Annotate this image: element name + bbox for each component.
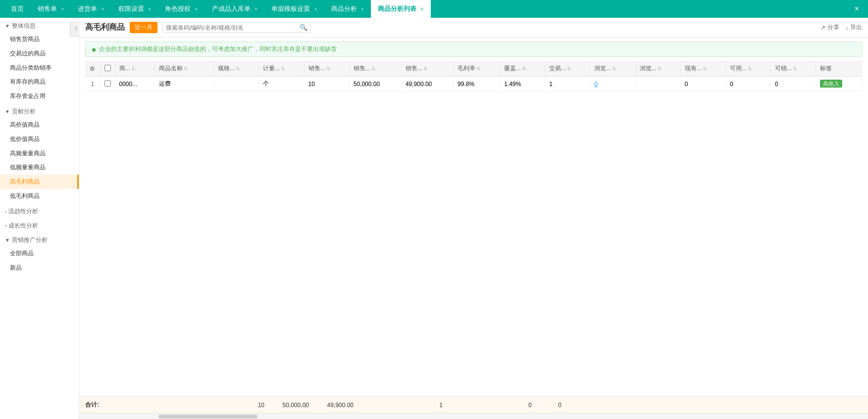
unit-sort-icon: ⇅	[281, 66, 285, 71]
col-unit[interactable]: 计量...⇅	[259, 61, 304, 77]
sidebar-item-traded-goods[interactable]: 交易过的商品	[0, 47, 79, 61]
row-browse1[interactable]: 0	[590, 77, 635, 92]
nav-purchase-close[interactable]: ×	[101, 0, 104, 18]
sales-amount-sort-icon: ⇅	[371, 66, 375, 71]
sidebar-item-stock-capital[interactable]: 库存资金占用	[0, 89, 79, 103]
nav-analysis[interactable]: 商品分析 ×	[324, 0, 371, 18]
summary-sales-amount: 50,000.00	[268, 402, 313, 409]
sidebar-group-marketing[interactable]: ▼ 营销推广分析	[0, 232, 79, 246]
export-icon: ↓	[845, 24, 848, 31]
export-button[interactable]: ↓ 导出	[845, 23, 862, 32]
window-close-button[interactable]: ×	[850, 4, 864, 13]
sidebar-item-low-value[interactable]: 低价值商品	[0, 132, 79, 146]
tag-high-income-badge: 高收入	[820, 80, 842, 88]
row-sales-cost: 49,900.00	[401, 77, 453, 92]
settings-icon[interactable]: ⚙	[90, 65, 95, 72]
sidebar-item-high-margin[interactable]: 高毛利商品	[0, 175, 79, 189]
search-input[interactable]	[166, 24, 298, 31]
nav-purchase[interactable]: 进货单 ×	[71, 0, 111, 18]
row-num: 1	[85, 77, 100, 92]
sidebar-group-trend[interactable]: › 流趋性分析	[0, 203, 79, 218]
main-container: 《 ▼ 整体信息 销售货商品 交易过的商品 商品分类助销率 有库存的商品 库存资…	[0, 18, 868, 419]
sidebar-item-high-value[interactable]: 高价值商品	[0, 118, 79, 132]
sidebar-item-sales-goods[interactable]: 销售货商品	[0, 32, 79, 47]
trend-arrow-icon: ›	[5, 209, 6, 214]
sidebar-item-stocked-goods[interactable]: 有库存的商品	[0, 75, 79, 89]
row-select-checkbox[interactable]	[104, 80, 111, 87]
transactions-sort-icon: ⇅	[567, 66, 571, 71]
coverage-sort-icon: ⇅	[522, 66, 526, 71]
sidebar-group-overall[interactable]: ▼ 整体信息	[0, 18, 79, 32]
col-current-stock[interactable]: 现有...⇅	[680, 61, 725, 77]
sidebar-item-all-goods[interactable]: 全部商品	[0, 246, 79, 261]
summary-bar: 合计: 10 50,000.00 49,900.00 1 0 0	[79, 396, 868, 413]
sales-qty-sort-icon: ⇅	[326, 66, 330, 71]
row-sales-amount: 50,000.00	[349, 77, 401, 92]
browse1-sort-icon: ⇅	[612, 66, 616, 71]
summary-label: 合计:	[85, 401, 125, 409]
sales-cost-sort-icon: ⇅	[423, 66, 427, 71]
nav-permission[interactable]: 权限设置 ×	[111, 0, 158, 18]
col-available[interactable]: 可用...⇅	[725, 61, 770, 77]
sidebar-group-asset-analysis[interactable]: ▼ 贡献分析	[0, 103, 79, 118]
available-sort-icon: ⇅	[748, 66, 752, 71]
name-sort-icon: ⇅	[184, 66, 188, 71]
row-code: 0000...	[115, 77, 154, 92]
col-name[interactable]: 商品名称⇅	[154, 61, 214, 77]
col-checkbox[interactable]	[100, 61, 115, 77]
nav-role[interactable]: 角色授权 ×	[158, 0, 204, 18]
nav-analysis-close[interactable]: ×	[361, 0, 364, 18]
col-coverage[interactable]: 覆盖...⇅	[500, 61, 545, 77]
gross-margin-sort-icon: ⇅	[476, 66, 480, 71]
col-settings[interactable]: ⚙	[85, 61, 100, 77]
row-checkbox[interactable]	[100, 77, 115, 92]
col-gross-margin[interactable]: 毛利率⇅	[454, 61, 500, 77]
page-title: 高毛利商品	[85, 22, 125, 33]
col-transactions[interactable]: 交易...⇅	[545, 61, 590, 77]
nav-permission-close[interactable]: ×	[148, 0, 151, 18]
table-row: 1 0000... 运费 个 10 50,000.00 49,900.00 99…	[85, 77, 862, 92]
marketing-arrow-icon: ▼	[5, 237, 10, 243]
nav-template[interactable]: 单据模板设置 ×	[264, 0, 324, 18]
sidebar-item-low-margin[interactable]: 低毛利商品	[0, 189, 79, 203]
row-current-stock: 0	[680, 77, 725, 92]
sidebar: 《 ▼ 整体信息 销售货商品 交易过的商品 商品分类助销率 有库存的商品 库存资…	[0, 18, 79, 419]
info-bar: ◆ 企业的主要的利润都是这部分商品创造的，可考虑加大推广，同时关注库存是不要出现…	[85, 42, 862, 57]
col-spec[interactable]: 规格...⇅	[214, 61, 259, 77]
table-wrapper[interactable]: ⚙ 商...⇅ 商品名称⇅ 规格...⇅	[85, 61, 862, 396]
nav-sales-close[interactable]: ×	[61, 0, 64, 18]
info-icon: ◆	[92, 46, 96, 53]
nav-analysis-list-close[interactable]: ×	[420, 0, 423, 18]
scroll-thumb[interactable]	[158, 415, 257, 419]
sidebar-item-high-freq[interactable]: 高频量量商品	[0, 146, 79, 161]
col-saleable[interactable]: 可销...⇅	[771, 61, 816, 77]
col-browse2[interactable]: 浏览...⇅	[635, 61, 680, 77]
col-browse1[interactable]: 浏览...⇅	[590, 61, 635, 77]
table-header-row: ⚙ 商...⇅ 商品名称⇅ 规格...⇅	[85, 61, 862, 77]
saleable-sort-icon: ⇅	[793, 66, 797, 71]
search-icon[interactable]: 🔍	[300, 24, 307, 31]
sidebar-item-analysis-rate[interactable]: 商品分类助销率	[0, 61, 79, 75]
summary-current-stock: 0	[506, 402, 536, 409]
share-button[interactable]: ↗ 分享	[820, 23, 839, 32]
nav-product-inbound-close[interactable]: ×	[255, 0, 257, 18]
nav-role-close[interactable]: ×	[195, 0, 198, 18]
horizontal-scrollbar[interactable]	[79, 413, 868, 419]
select-all-checkbox[interactable]	[104, 65, 111, 71]
row-transactions: 1	[545, 77, 590, 92]
sidebar-item-new-goods[interactable]: 新品	[0, 261, 79, 275]
nav-sales[interactable]: 销售单 ×	[31, 0, 71, 18]
col-sales-amount[interactable]: 销售...⇅	[349, 61, 401, 77]
nav-analysis-list[interactable]: 商品分析列表 ×	[371, 0, 430, 18]
nav-home[interactable]: 首页	[4, 0, 31, 18]
sidebar-collapse-button[interactable]: 《	[70, 22, 79, 37]
nav-product-inbound[interactable]: 产成品入库单 ×	[205, 0, 264, 18]
col-sales-cost[interactable]: 销售...⇅	[401, 61, 453, 77]
col-sales-qty[interactable]: 销售...⇅	[304, 61, 349, 77]
col-code[interactable]: 商...⇅	[115, 61, 154, 77]
sidebar-item-low-freq[interactable]: 低频量量商品	[0, 160, 79, 175]
growth-arrow-icon: ›	[5, 223, 6, 229]
filter-recent-month-button[interactable]: 近一月	[130, 22, 157, 33]
sidebar-group-growth[interactable]: › 成长性分析	[0, 218, 79, 232]
nav-template-close[interactable]: ×	[314, 0, 317, 18]
